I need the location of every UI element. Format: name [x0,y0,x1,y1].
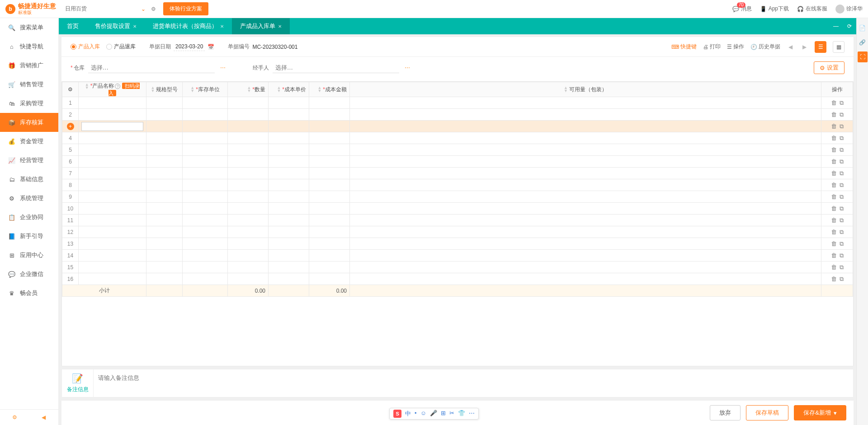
sidebar-item[interactable]: 🔍搜索菜单 [0,18,58,37]
delete-row-icon[interactable]: 🗑 [831,99,837,106]
copy-row-icon[interactable]: ⧉ [840,135,844,141]
cell-price[interactable] [269,179,309,191]
cell-qty[interactable] [228,179,269,191]
cell-spec[interactable] [146,191,183,203]
cell-amount[interactable] [309,226,350,238]
cell-available[interactable] [350,97,821,109]
cell-qty[interactable] [228,156,269,168]
cell-amount[interactable] [309,121,350,132]
cell-product[interactable] [79,144,146,156]
date-value[interactable]: 2023-03-20 [174,42,205,51]
copy-row-icon[interactable]: ⧉ [840,205,844,212]
column-price[interactable]: ▲▼*成本单价 [269,82,309,97]
sidebar-item[interactable]: 🛒销售管理 [0,75,58,94]
delete-row-icon[interactable]: 🗑 [831,170,837,177]
save-new-button[interactable]: 保存&新增▾ [794,405,846,420]
cell-available[interactable] [350,273,821,285]
delete-row-icon[interactable]: 🗑 [831,276,837,282]
cell-price[interactable] [269,238,309,250]
ime-button[interactable]: • [415,410,417,418]
gear-icon[interactable]: ⚙ [151,6,156,12]
cell-spec[interactable] [146,144,183,156]
delete-row-icon[interactable]: 🗑 [831,229,837,235]
cell-price[interactable] [269,97,309,109]
view-list-button[interactable]: ☰ [815,41,826,53]
cell-qty[interactable] [228,168,269,179]
add-row-button[interactable]: + [67,123,74,130]
cell-amount[interactable] [309,215,350,226]
copy-row-icon[interactable]: ⧉ [840,252,844,259]
cell-price[interactable] [269,109,309,121]
cell-product[interactable] [79,132,146,144]
cell-product[interactable] [79,156,146,168]
cell-product[interactable] [79,238,146,250]
copy-row-icon[interactable]: ⧉ [840,217,844,224]
column-available[interactable]: ▲▼可用量（包装） [350,82,821,97]
sidebar-item[interactable]: 📦库存核算 [0,113,58,132]
delete-row-icon[interactable]: 🗑 [831,205,837,212]
warehouse-more-icon[interactable]: ⋯ [220,65,226,71]
prev-doc-button[interactable]: ◀ [787,44,794,50]
cell-qty[interactable] [228,191,269,203]
cell-price[interactable] [269,191,309,203]
cell-amount[interactable] [309,97,350,109]
cell-product[interactable] [79,226,146,238]
ime-button[interactable]: ☺ [420,410,426,418]
cell-unit[interactable] [183,132,228,144]
table-row[interactable]: 9🗑⧉ [62,191,853,203]
table-row[interactable]: 14🗑⧉ [62,250,853,262]
delete-row-icon[interactable]: 🗑 [831,240,837,247]
app-download-button[interactable]: 📱 App下载 [760,5,789,13]
table-row[interactable]: 12🗑⧉ [62,226,853,238]
cell-spec[interactable] [146,179,183,191]
cell-qty[interactable] [228,215,269,226]
cell-spec[interactable] [146,156,183,168]
ime-button[interactable]: ⊞ [441,410,446,418]
column-unit[interactable]: ▲▼*库存单位 [183,82,228,97]
cell-product[interactable] [79,273,146,285]
table-row[interactable]: 16🗑⧉ [62,273,853,285]
tab[interactable]: 产成品入库单✕ [232,18,290,34]
cell-product[interactable] [79,109,146,121]
sidebar-collapse-button[interactable]: ◀ [29,410,59,425]
rail-attach-button[interactable]: 🔗 [858,37,868,48]
cell-available[interactable] [350,250,821,262]
cell-price[interactable] [269,121,309,132]
cell-price[interactable] [269,144,309,156]
sidebar-item[interactable]: 📈经营管理 [0,151,58,170]
cell-amount[interactable] [309,156,350,168]
delete-row-icon[interactable]: 🗑 [831,111,837,118]
cell-price[interactable] [269,215,309,226]
cell-available[interactable] [350,109,821,121]
cell-available[interactable] [350,203,821,215]
column-gear[interactable]: ⚙ [62,82,79,97]
history-button[interactable]: 🕘历史单据 [750,43,780,51]
cell-qty[interactable] [228,109,269,121]
copy-row-icon[interactable]: ⧉ [840,146,844,153]
cell-qty[interactable] [228,226,269,238]
cell-qty[interactable] [228,250,269,262]
cell-spec[interactable] [146,121,183,132]
cell-spec[interactable] [146,273,183,285]
sidebar-item[interactable]: 🎁营销推广 [0,56,58,75]
cell-amount[interactable] [309,168,350,179]
table-row[interactable]: 7🗑⧉ [62,168,853,179]
table-row[interactable]: 15🗑⧉ [62,262,853,273]
cell-available[interactable] [350,132,821,144]
table-row[interactable]: 2🗑⧉ [62,109,853,121]
sidebar-item[interactable]: 🗂基础信息 [0,170,58,189]
shortcut-button[interactable]: ⌨快捷键 [671,43,697,51]
operate-button[interactable]: ☰操作 [727,43,744,51]
sidebar-item[interactable]: 💬企业微信 [0,265,58,284]
cell-amount[interactable] [309,250,350,262]
cell-qty[interactable] [228,262,269,273]
copy-row-icon[interactable]: ⧉ [840,158,844,165]
messages-button[interactable]: 💬 消息 70 [732,5,752,13]
cell-unit[interactable] [183,144,228,156]
cell-qty[interactable] [228,97,269,109]
cell-price[interactable] [269,156,309,168]
table-row[interactable]: 5🗑⧉ [62,144,853,156]
cell-spec[interactable] [146,168,183,179]
sidebar-item[interactable]: ♛畅会员 [0,284,58,303]
cell-amount[interactable] [309,262,350,273]
